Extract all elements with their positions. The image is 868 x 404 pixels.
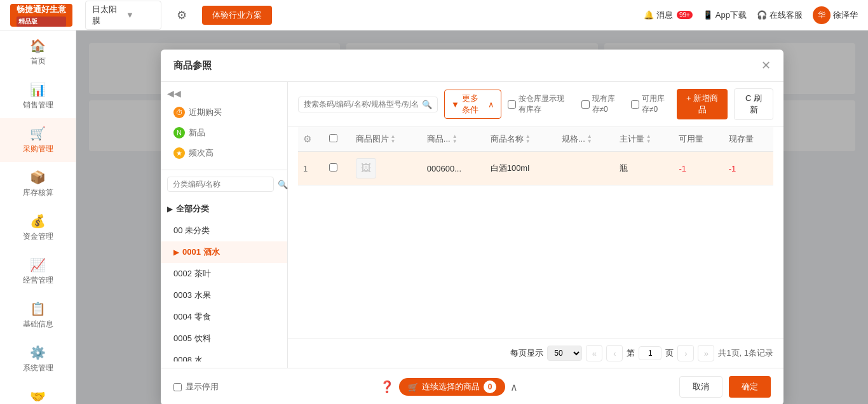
- content-area: 商品参照 ✕ ◀◀ ⏱ 近期购买: [76, 30, 868, 404]
- page-size-select[interactable]: 50 10 20 100: [547, 346, 582, 361]
- filter-label: 更多条件: [462, 93, 485, 116]
- sidebar-item-basic[interactable]: 📋 基础信息: [0, 293, 76, 337]
- cb-show-stock-input[interactable]: [508, 100, 516, 109]
- sidebar-item-purchase[interactable]: 🛒 采购管理: [0, 118, 76, 162]
- arrow-right-active-icon: ▶: [173, 248, 179, 257]
- product-search-input[interactable]: [304, 100, 418, 109]
- dialog-footer: 显示停用 ❓ 🛒 连续选择的商品 0 ∧ 取消 确定: [161, 368, 783, 404]
- last-page-btn[interactable]: »: [698, 345, 714, 361]
- sidebar-label-inventory: 库存核算: [23, 187, 53, 198]
- cell-available: -1: [674, 152, 723, 185]
- cat-item-uncategorized[interactable]: 00 未分类: [161, 220, 287, 241]
- cat-item-beverage[interactable]: 0005 饮料: [161, 328, 287, 349]
- cat-item-snack[interactable]: 0004 零食: [161, 306, 287, 328]
- page-number-input[interactable]: [639, 346, 661, 360]
- sidebar-item-system[interactable]: ⚙️ 系统管理: [0, 337, 76, 381]
- th-available: 可用量: [674, 127, 723, 152]
- settings-icon[interactable]: ⚙: [172, 5, 192, 25]
- cat-uncategorized-label: 00 未分类: [173, 225, 210, 236]
- online-service-label: 在线客服: [770, 10, 803, 21]
- sidebar-label-home: 首页: [31, 56, 46, 67]
- row-checkbox[interactable]: [329, 163, 337, 172]
- app-download-btn[interactable]: 📱 App下载: [703, 10, 747, 21]
- avatar: 华: [813, 6, 831, 24]
- home-icon: 🏠: [30, 38, 46, 53]
- cart-count: 0: [484, 380, 496, 393]
- collapse-left-btn[interactable]: ◀◀: [167, 88, 181, 98]
- clock-icon: ⏱: [173, 107, 185, 118]
- search-icon[interactable]: 🔍: [422, 100, 432, 109]
- sidebar-label-sales: 销售管理: [23, 100, 53, 111]
- confirm-button[interactable]: 确定: [729, 376, 771, 398]
- sidebar-label-operations: 经营管理: [23, 275, 53, 286]
- app-logo[interactable]: 畅捷通好生意 精品版: [10, 4, 72, 27]
- cell-name: 白酒100ml: [485, 152, 557, 185]
- quick-item-frequent[interactable]: ★ 频次高: [167, 143, 281, 163]
- notifications-btn[interactable]: 🔔 消息 99+: [644, 10, 693, 21]
- cat-all-label: 全部分类: [176, 203, 209, 215]
- cat-item-tea[interactable]: 0002 茶叶: [161, 263, 287, 285]
- sidebar-item-operations[interactable]: 📈 经营管理: [0, 250, 76, 293]
- prev-page-btn[interactable]: ‹: [606, 345, 623, 361]
- star-icon: ★: [173, 147, 185, 159]
- category-search-input[interactable]: [167, 177, 274, 192]
- topbar-right: 🔔 消息 99+ 📱 App下载 🎧 在线客服 华 徐泽华: [644, 6, 858, 24]
- product-table-wrap: ⚙ 商品图片▲▼ 商品...▲▼: [288, 127, 783, 338]
- refresh-btn[interactable]: C 刷新: [734, 88, 773, 120]
- cat-item-water[interactable]: 0008 水: [161, 349, 287, 361]
- system-icon: ⚙️: [30, 345, 46, 360]
- category-list: ▶ 全部分类 00 未分类 ▶ 0001 酒水 0002 茶: [161, 198, 287, 361]
- sidebar-item-finance[interactable]: 💰 资金管理: [0, 206, 76, 250]
- cb-usable-stock-input[interactable]: [631, 100, 639, 109]
- cb-has-stock-input[interactable]: [581, 100, 590, 109]
- first-page-btn[interactable]: «: [586, 345, 602, 361]
- online-service-btn[interactable]: 🎧 在线客服: [757, 10, 803, 21]
- sidebar-item-sales[interactable]: 📊 销售管理: [0, 74, 76, 118]
- cart-icon: 🛒: [408, 382, 418, 392]
- quick-item-recent[interactable]: ⏱ 近期购买: [167, 102, 281, 123]
- cancel-button[interactable]: 取消: [679, 376, 722, 398]
- cart-info-btn[interactable]: 🛒 连续选择的商品 0: [399, 378, 505, 396]
- cat-liquor-label: 0001 酒水: [182, 246, 220, 258]
- topbar: 畅捷通好生意 精品版 日太阳膜 ▼ ⚙ 体验行业方案 🔔 消息 99+ 📱 Ap…: [0, 0, 868, 30]
- branch-selector[interactable]: 日太阳膜 ▼: [85, 1, 161, 30]
- cat-item-all[interactable]: ▶ 全部分类: [161, 198, 287, 220]
- add-product-btn[interactable]: + 新增商品: [677, 89, 728, 119]
- sidebar-label-purchase: 采购管理: [23, 144, 53, 154]
- category-search-icon[interactable]: 🔍: [278, 180, 288, 189]
- more-filter-btn[interactable]: ▼ 更多条件 ∧: [444, 90, 501, 119]
- quick-item-new-label: 新品: [189, 127, 205, 138]
- cell-num: 1: [298, 152, 324, 185]
- next-page-btn[interactable]: ›: [677, 345, 694, 361]
- show-disabled-label[interactable]: 显示停用: [173, 381, 219, 393]
- column-settings-icon[interactable]: ⚙: [303, 133, 311, 144]
- product-search-wrap: 🔍: [298, 97, 438, 112]
- show-disabled-checkbox[interactable]: [173, 383, 182, 391]
- page-suffix: 页: [665, 347, 674, 359]
- help-icon[interactable]: ❓: [380, 380, 394, 394]
- sidebar-item-collab[interactable]: 🤝 企业协同: [0, 381, 76, 404]
- th-settings: ⚙: [298, 127, 324, 152]
- cb-usable-stock[interactable]: 可用库存≠0: [631, 93, 670, 115]
- cb-has-stock[interactable]: 现有库存≠0: [581, 93, 621, 115]
- bell-icon: 🔔: [644, 10, 654, 20]
- cb-show-stock-label: 按仓库显示现有库存: [519, 93, 571, 115]
- select-all-checkbox[interactable]: [329, 134, 337, 142]
- sidebar-item-inventory[interactable]: 📦 库存核算: [0, 162, 76, 206]
- th-spec: 规格...▲▼: [557, 127, 614, 152]
- dialog-close-button[interactable]: ✕: [761, 58, 771, 72]
- sidebar-item-home[interactable]: 🏠 首页: [0, 30, 76, 74]
- cat-item-liquor[interactable]: ▶ 0001 酒水: [161, 241, 287, 263]
- filter-up-icon: ∧: [488, 100, 494, 109]
- cat-water-label: 0008 水: [173, 354, 203, 361]
- purchase-icon: 🛒: [30, 126, 46, 141]
- cb-show-stock[interactable]: 按仓库显示现有库存: [508, 93, 571, 115]
- collapse-cart-icon[interactable]: ∧: [510, 381, 518, 393]
- cell-code: 000600...: [422, 152, 485, 185]
- table-row[interactable]: 1 🖼 000600... 白酒100ml 瓶: [298, 152, 773, 185]
- experience-btn[interactable]: 体验行业方案: [202, 6, 272, 25]
- user-menu[interactable]: 华 徐泽华: [813, 6, 858, 24]
- cat-item-fruit[interactable]: 0003 水果: [161, 285, 287, 306]
- quick-item-new[interactable]: N 新品: [167, 123, 281, 143]
- show-disabled-text: 显示停用: [186, 381, 219, 393]
